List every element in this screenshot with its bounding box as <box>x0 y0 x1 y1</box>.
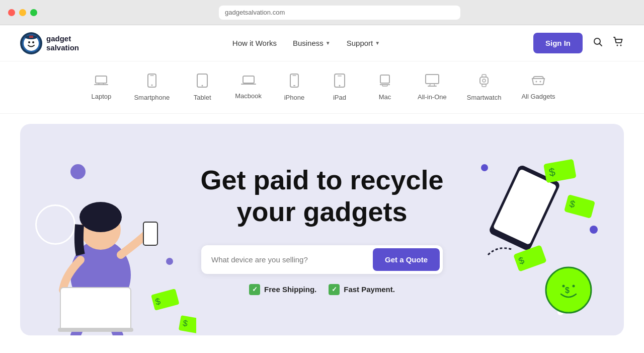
traffic-lights <box>8 9 37 16</box>
category-smartwatch[interactable]: Smartwatch <box>457 69 512 105</box>
svg-point-59 <box>573 285 575 288</box>
hero-title: Get paid to recycle your gadgets <box>200 164 443 227</box>
business-dropdown-arrow: ▼ <box>326 40 331 46</box>
logo-link[interactable]: gadget salvation <box>20 32 79 54</box>
site-content: gadget salvation How it Works Business ▼… <box>0 25 644 353</box>
svg-rect-4 <box>29 35 33 38</box>
all-gadgets-label: All Gadgets <box>521 93 555 100</box>
left-illustration: $ $ $ <box>20 144 196 335</box>
svg-rect-42 <box>58 328 133 332</box>
svg-rect-33 <box>482 84 486 87</box>
support-dropdown-arrow: ▼ <box>375 40 380 46</box>
svg-point-61 <box>590 226 598 234</box>
benefit-fast-payment: ✓ Fast Payment. <box>329 284 395 295</box>
svg-rect-29 <box>426 75 439 84</box>
svg-line-10 <box>600 44 602 46</box>
svg-point-11 <box>617 45 618 46</box>
category-macbook[interactable]: Macbook <box>225 71 272 104</box>
category-all-gadgets[interactable]: All Gadgets <box>511 70 565 104</box>
nav-business[interactable]: Business ▼ <box>293 39 331 47</box>
main-nav: gadget salvation How it Works Business ▼… <box>0 25 644 61</box>
iphone-icon <box>289 74 299 90</box>
iphone-label: iPhone <box>284 94 304 101</box>
svg-rect-19 <box>243 76 254 83</box>
category-all-in-one[interactable]: All-in-One <box>408 70 457 105</box>
search-area: Get a Quote <box>201 245 443 274</box>
svg-rect-22 <box>293 85 295 86</box>
svg-point-24 <box>339 85 340 87</box>
get-quote-button[interactable]: Get a Quote <box>373 248 440 271</box>
ipad-label: iPad <box>333 94 346 101</box>
svg-rect-28 <box>382 85 387 86</box>
minimize-button[interactable] <box>19 9 26 16</box>
category-iphone[interactable]: iPhone <box>272 69 317 105</box>
svg-point-5 <box>28 41 30 43</box>
check-icon-payment: ✓ <box>329 284 340 295</box>
category-laptop[interactable]: Laptop <box>78 70 124 104</box>
svg-rect-32 <box>482 75 486 77</box>
category-bar: Laptop Smartphone Tablet Macbook iPhone <box>0 61 644 114</box>
svg-rect-26 <box>380 75 389 83</box>
svg-rect-31 <box>480 77 488 84</box>
category-smartphone[interactable]: Smartphone <box>124 69 180 105</box>
maximize-button[interactable] <box>30 9 37 16</box>
address-bar[interactable]: gadgetsalvation.com <box>219 6 460 20</box>
nav-support[interactable]: Support ▼ <box>347 39 380 47</box>
svg-rect-40 <box>143 222 157 245</box>
all-in-one-label: All-in-One <box>418 93 447 101</box>
all-in-one-icon <box>424 74 440 89</box>
url-text: gadgetsalvation.com <box>225 9 285 16</box>
svg-rect-25 <box>338 76 342 77</box>
category-ipad[interactable]: iPad <box>317 69 362 105</box>
mac-icon <box>377 74 392 89</box>
svg-point-6 <box>32 41 34 43</box>
smartphone-icon <box>147 74 157 90</box>
category-tablet[interactable]: Tablet <box>180 69 225 105</box>
laptop-icon <box>94 75 108 89</box>
svg-point-58 <box>562 285 565 288</box>
svg-rect-41 <box>60 288 131 330</box>
macbook-icon <box>241 75 256 88</box>
nav-how-it-works[interactable]: How it Works <box>232 39 277 47</box>
hero-section: $ $ $ $ $ $ <box>20 124 624 335</box>
svg-point-15 <box>151 85 152 86</box>
right-illustration: $ $ $ $ <box>473 154 624 335</box>
nav-links: How it Works Business ▼ Support ▼ <box>232 39 380 47</box>
svg-point-34 <box>482 79 486 82</box>
close-button[interactable] <box>8 9 15 16</box>
sign-in-button[interactable]: Sign In <box>533 33 583 53</box>
browser-chrome: gadgetsalvation.com <box>0 0 644 25</box>
svg-text:$: $ <box>565 286 570 295</box>
svg-rect-7 <box>29 36 33 37</box>
svg-point-39 <box>79 202 122 232</box>
check-icon-shipping: ✓ <box>249 284 260 295</box>
smartwatch-icon <box>478 74 490 90</box>
svg-point-36 <box>540 81 541 83</box>
logo-icon <box>20 32 42 54</box>
device-search-input[interactable] <box>211 255 373 264</box>
benefit-free-shipping: ✓ Free Shipping. <box>249 284 316 295</box>
smartphone-label: Smartphone <box>134 94 170 101</box>
mac-label: Mac <box>379 93 391 101</box>
search-icon <box>593 37 603 47</box>
macbook-label: Macbook <box>235 92 262 100</box>
svg-rect-45 <box>179 315 196 334</box>
nav-actions: Sign In <box>533 33 624 53</box>
logo-text: gadget salvation <box>46 34 79 52</box>
svg-point-12 <box>620 45 622 46</box>
svg-point-18 <box>202 85 203 87</box>
ipad-icon <box>334 74 346 90</box>
cart-button[interactable] <box>613 36 624 50</box>
category-mac[interactable]: Mac <box>362 70 408 105</box>
tablet-label: Tablet <box>194 94 211 101</box>
smartwatch-label: Smartwatch <box>467 94 502 101</box>
search-button[interactable] <box>593 37 603 49</box>
all-gadgets-icon <box>531 75 545 89</box>
tablet-icon <box>196 74 208 90</box>
laptop-label: Laptop <box>92 93 112 100</box>
svg-point-35 <box>536 81 537 83</box>
svg-rect-13 <box>96 76 107 83</box>
svg-rect-8 <box>29 37 33 38</box>
cart-icon <box>613 36 624 47</box>
benefits-row: ✓ Free Shipping. ✓ Fast Payment. <box>249 284 395 295</box>
